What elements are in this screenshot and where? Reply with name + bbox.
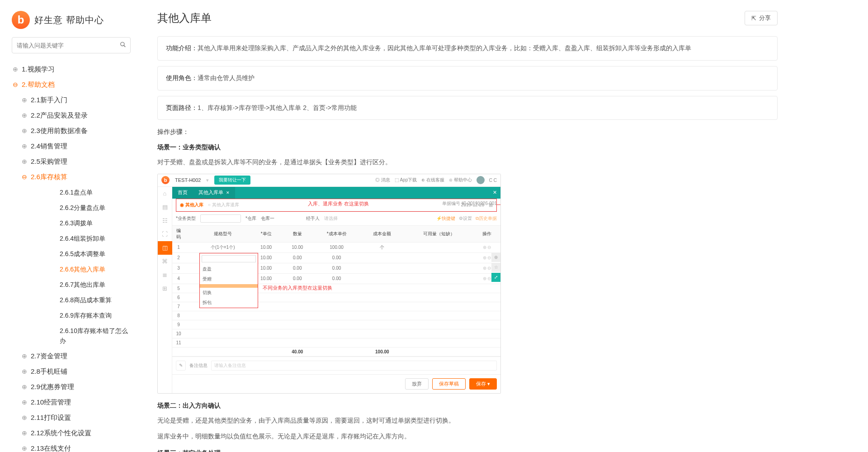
nav-2-8[interactable]: ⊕2.8手机旺铺 (16, 364, 135, 379)
brand-title: 好生意 帮助中心 (34, 14, 104, 26)
shot-rail: ⌂ ▤ ☷ ⛶ ◫ ⌘ ≣ ⊞ (158, 187, 172, 393)
svg-line-1 (124, 45, 126, 47)
plus-icon: ⊕ (21, 445, 28, 452)
scene-2-title: 场景二：出入方向确认 (157, 402, 778, 410)
share-icon: ⇱ (751, 15, 756, 22)
share-label: 分享 (759, 14, 771, 22)
nav-label: 2.8手机旺铺 (31, 366, 67, 376)
rail-icon: ☷ (158, 214, 172, 228)
nav-label: 2.1新手入门 (31, 95, 67, 105)
nav-2-6-9[interactable]: 2.6.9库存账本查询 (34, 308, 135, 323)
nav-label: 2.12系统个性化设置 (31, 428, 91, 438)
intro-card: 功能介绍：其他入库单用来处理除采购入库、产成品入库之外的其他入库业务，因此其他入… (157, 36, 778, 61)
minus-icon: ⊖ (12, 81, 19, 88)
plus-icon: ⊕ (21, 158, 28, 165)
scene-2-p1: 无论是受赠，还是其他类型的业务，由于入库商品质量等原因，需要退回，这时可通过单据… (157, 414, 778, 427)
remark-label: 备注信息 (189, 362, 208, 369)
shot-meta: ⊕ 在线客服 (421, 177, 444, 183)
nav-label: 2.11打印设置 (31, 413, 71, 423)
nav-2-6-7[interactable]: 2.6.7其他出库单 (34, 277, 135, 292)
nav-2-6-4[interactable]: 2.6.4组装拆卸单 (34, 231, 135, 246)
shot-btn-save: 保存 ▾ (469, 378, 497, 390)
nav-label: 2.2产品安装及登录 (31, 110, 88, 120)
remark-icon: ✎ (176, 361, 186, 371)
svg-point-0 (121, 42, 124, 46)
scene-1-title: 场景一：业务类型确认 (157, 143, 778, 152)
nav-2-6-3[interactable]: 2.6.3调拨单 (34, 215, 135, 231)
nav-label: 2.4销售管理 (31, 141, 67, 151)
nav-label: 2.3使用前数据准备 (31, 126, 88, 136)
table-row: 9 (172, 320, 500, 329)
plus-icon: ⊕ (21, 414, 28, 421)
shot-tab: 首页 (172, 187, 193, 199)
filter-label: *仓库 (245, 215, 256, 222)
nav-label: 2.7资金管理 (31, 351, 67, 361)
nav-2-9[interactable]: ⊕2.9优惠券管理 (16, 379, 135, 395)
nav-2-6-8[interactable]: 2.6.8商品成本重算 (34, 292, 135, 308)
rail-icon: ⌘ (158, 255, 172, 268)
nav-2-4[interactable]: ⊕2.4销售管理 (16, 138, 135, 154)
share-button[interactable]: ⇱ 分享 (745, 11, 778, 25)
shot-logo-icon: b (161, 176, 170, 184)
search-box (12, 37, 131, 53)
table-row: 8 (172, 311, 500, 320)
table-row: 11 (172, 338, 500, 347)
nav-2-1[interactable]: ⊕2.1新手入门 (16, 92, 135, 108)
sidebar: b 好生意 帮助中心 ⊕1.视频学习 ⊖2.帮助文档 ⊕2.1新手入门 ⊕2.2… (0, 0, 136, 452)
nav-2-6-6[interactable]: 2.6.6其他入库单 (34, 262, 135, 277)
annotation-red: 入库、退库业务 在这里切换 (308, 200, 369, 207)
nav-2-6-10[interactable]: 2.6.10库存账本错了怎么办 (34, 323, 135, 348)
shot-link: ⧉历史单据 (476, 215, 497, 222)
shot-btn-draft: 保存草稿 (432, 378, 466, 390)
nav-2-7[interactable]: ⊕2.7资金管理 (16, 348, 135, 364)
nav-2-10[interactable]: ⊕2.10经营管理 (16, 395, 135, 410)
radio-off-icon: ○ 其他入库退库 (208, 202, 239, 208)
scene-3-title: 场景三：其它业务处理 (157, 449, 778, 452)
nav-l1-docs[interactable]: ⊖2.帮助文档 (7, 77, 135, 92)
page-title: 其他入库单 (157, 11, 212, 25)
shot-teal-button: 我要转让一下 (214, 176, 250, 185)
close-icon: ✕ (493, 190, 500, 195)
role-card: 使用角色：通常由仓管人员维护 (157, 66, 778, 90)
shot-meta: ⬚ App下载 (395, 177, 417, 183)
role-label: 使用角色： (166, 74, 198, 81)
filter-label: *业务类型 (176, 215, 196, 222)
input-mock (200, 214, 241, 223)
nav-2-11[interactable]: ⊕2.11打印设置 (16, 410, 135, 425)
filter-value: 请选择 (324, 215, 338, 222)
nav-2-3[interactable]: ⊕2.3使用前数据准备 (16, 123, 135, 138)
nav-2-2[interactable]: ⊕2.2产品安装及登录 (16, 108, 135, 123)
nav-2-12[interactable]: ⊕2.12系统个性化设置 (16, 425, 135, 441)
annotation-red: 不同业务的入库类型在这里切换 (263, 285, 332, 291)
nav-2-5[interactable]: ⊕2.5采购管理 (16, 154, 135, 169)
minus-icon: ⊖ (21, 173, 28, 181)
nav-2-6-2[interactable]: 2.6.2分量盘点单 (34, 200, 135, 215)
path-label: 页面路径： (166, 104, 198, 111)
shot-btn-cancel: 放弃 (405, 378, 429, 390)
table-row: 1个(1个=1个)10.0010.00100.00个⊕ ⊖ (172, 242, 500, 252)
path-text: 1、库存核算->库存管理->其他入库单 2、首页->常用功能 (198, 104, 357, 111)
shot-docno: 单据编号 IC-20191226-001 (442, 200, 497, 207)
nav-2-6-1[interactable]: 2.6.1盘点单 (34, 185, 135, 200)
shot-meta: ⊙ 帮助中心 (449, 177, 472, 183)
nav-l1-video[interactable]: ⊕1.视频学习 (7, 62, 135, 77)
nav-2-6[interactable]: ⊖2.6库存核算 (16, 169, 135, 185)
search-input[interactable] (12, 37, 131, 53)
plus-icon: ⊕ (21, 143, 28, 150)
rail-icon: ⛶ (158, 228, 172, 241)
filter-value: 仓库一 (261, 215, 274, 222)
rail-icon: ◫ (158, 241, 172, 255)
nav-2-6-5[interactable]: 2.6.5成本调整单 (34, 246, 135, 262)
avatar-icon (476, 176, 485, 184)
nav-label: 2.10经营管理 (31, 397, 71, 407)
main: 其他入库单 ⇱ 分享 功能介绍：其他入库单用来处理除采购入库、产成品入库之外的其… (136, 0, 868, 452)
nav-label: 2.13在线支付 (31, 443, 71, 452)
search-icon[interactable] (120, 42, 126, 49)
rail-icon: ⊞ (158, 282, 172, 295)
nav-tree: ⊕1.视频学习 ⊖2.帮助文档 ⊕2.1新手入门 ⊕2.2产品安装及登录 ⊕2.… (7, 62, 135, 452)
shot-link: ⚙设置 (459, 215, 472, 222)
table-row: 10 (172, 329, 500, 338)
intro-label: 功能介绍： (166, 44, 198, 52)
plus-icon: ⊕ (21, 112, 28, 119)
nav-2-13[interactable]: ⊕2.13在线支付 (16, 441, 135, 452)
